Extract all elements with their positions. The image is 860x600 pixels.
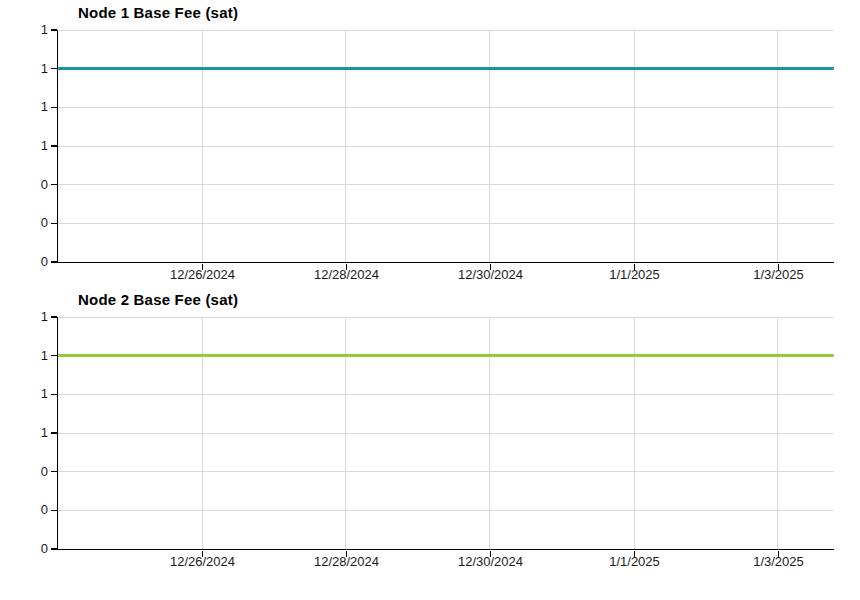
gridline-horizontal (58, 471, 834, 472)
gridline-vertical (634, 317, 635, 549)
gridline-vertical (777, 30, 778, 262)
x-axis-tick-label: 1/3/2025 (718, 554, 838, 569)
y-axis-tick (51, 68, 57, 70)
node-2-base-fee-chart: Node 2 Base Fee (sat) 111100012/26/20241… (0, 287, 860, 574)
y-axis-tick-label: 1 (6, 425, 48, 441)
plot-area (57, 30, 834, 263)
node-1-chart-title: Node 1 Base Fee (sat) (78, 4, 238, 21)
y-axis-tick (51, 355, 57, 357)
x-axis-tick-label: 12/30/2024 (430, 554, 550, 569)
y-axis-tick-label: 1 (6, 138, 48, 154)
y-axis-tick (51, 471, 57, 473)
node-1-base-fee-chart: Node 1 Base Fee (sat) 111100012/26/20241… (0, 0, 860, 287)
gridline-horizontal (58, 184, 834, 185)
y-axis-tick-label: 1 (6, 348, 48, 364)
y-axis-tick (51, 107, 57, 109)
y-axis-tick-label: 0 (6, 502, 48, 518)
gridline-vertical (634, 30, 635, 262)
gridline-horizontal (58, 30, 834, 31)
x-axis-tick-label: 1/1/2025 (575, 554, 695, 569)
gridline-horizontal (58, 223, 834, 224)
gridline-horizontal (58, 433, 834, 434)
gridline-vertical (202, 317, 203, 549)
y-axis-tick (51, 145, 57, 147)
gridline-vertical (777, 317, 778, 549)
x-axis-tick-label: 12/30/2024 (430, 267, 550, 282)
y-axis-tick-label: 0 (6, 464, 48, 480)
x-axis-tick-label: 12/26/2024 (143, 554, 263, 569)
y-axis-tick-label: 1 (6, 22, 48, 38)
y-axis-tick-label: 0 (6, 215, 48, 231)
gridline-vertical (345, 317, 346, 549)
x-axis-tick-label: 12/28/2024 (286, 554, 406, 569)
series-line-node-1 (58, 67, 834, 70)
gridline-vertical (489, 317, 490, 549)
y-axis-tick (51, 184, 57, 186)
y-axis-tick (51, 510, 57, 512)
y-axis-tick-label: 0 (6, 541, 48, 557)
series-line-node-2 (58, 354, 834, 357)
y-axis-tick-label: 1 (6, 386, 48, 402)
y-axis-tick-label: 0 (6, 177, 48, 193)
y-axis-tick-label: 0 (6, 254, 48, 270)
y-axis-tick-label: 1 (6, 99, 48, 115)
x-axis-tick-label: 1/3/2025 (718, 267, 838, 282)
y-axis-tick (51, 29, 57, 31)
gridline-vertical (489, 30, 490, 262)
y-axis-tick-label: 1 (6, 309, 48, 325)
y-axis-tick (51, 316, 57, 318)
y-axis-tick (51, 432, 57, 434)
node-2-chart-title: Node 2 Base Fee (sat) (78, 291, 238, 308)
y-axis-tick (51, 394, 57, 396)
base-fee-dashboard: Node 1 Base Fee (sat) 111100012/26/20241… (0, 0, 860, 600)
gridline-vertical (202, 30, 203, 262)
y-axis-tick (51, 261, 57, 263)
y-axis-tick-label: 1 (6, 61, 48, 77)
x-axis-tick-label: 12/28/2024 (286, 267, 406, 282)
x-axis-tick-label: 1/1/2025 (575, 267, 695, 282)
x-axis-tick-label: 12/26/2024 (143, 267, 263, 282)
gridline-horizontal (58, 394, 834, 395)
gridline-vertical (345, 30, 346, 262)
gridline-horizontal (58, 510, 834, 511)
y-axis-tick (51, 223, 57, 225)
gridline-horizontal (58, 146, 834, 147)
gridline-horizontal (58, 317, 834, 318)
gridline-horizontal (58, 107, 834, 108)
y-axis-tick (51, 548, 57, 550)
plot-area (57, 317, 834, 550)
